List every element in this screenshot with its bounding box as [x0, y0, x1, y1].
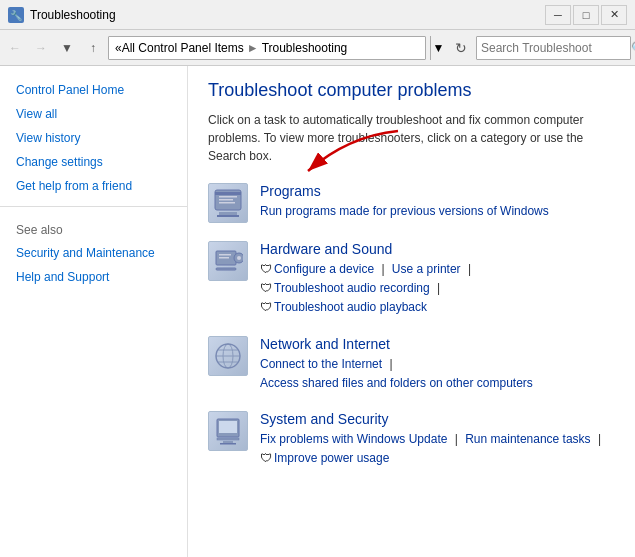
- system-link-power-wrapper: 🛡 Improve power usage: [260, 449, 389, 468]
- svg-rect-25: [223, 441, 233, 443]
- network-icon: [208, 336, 248, 376]
- sidebar-item-help-support[interactable]: Help and Support: [0, 265, 187, 289]
- app-icon: 🔧: [8, 7, 24, 23]
- network-content: Network and Internet Connect to the Inte…: [260, 336, 533, 393]
- dropdown-recent-button[interactable]: ▼: [56, 37, 78, 59]
- sep-sys-2: |: [598, 432, 601, 446]
- hardware-link-audio-rec[interactable]: Troubleshoot audio recording: [274, 279, 430, 298]
- svg-text:🔧: 🔧: [10, 9, 23, 22]
- hardware-content: Hardware and Sound 🛡 Configure a device …: [260, 241, 475, 318]
- search-icon[interactable]: 🔍: [631, 38, 635, 58]
- system-link-windows-update[interactable]: Fix problems with Windows Update: [260, 432, 447, 446]
- svg-rect-23: [219, 421, 237, 433]
- sidebar-divider: [0, 206, 187, 207]
- sidebar-item-security-maintenance[interactable]: Security and Maintenance: [0, 241, 187, 265]
- programs-content: Programs Run programs made for previous …: [260, 183, 549, 221]
- sep-net-1: |: [389, 357, 392, 371]
- hardware-link-3-wrapper: 🛡 Troubleshoot audio playback: [260, 298, 427, 317]
- page-title: Troubleshoot computer problems: [208, 80, 615, 101]
- system-link-maintenance[interactable]: Run maintenance tasks: [465, 432, 590, 446]
- svg-rect-14: [219, 257, 229, 259]
- programs-title[interactable]: Programs: [260, 183, 549, 199]
- hardware-link-configure[interactable]: Configure a device: [274, 260, 374, 279]
- address-path[interactable]: « All Control Panel Items ► Troubleshoot…: [108, 36, 426, 60]
- system-title[interactable]: System and Security: [260, 411, 605, 427]
- hardware-link-audio-play[interactable]: Troubleshoot audio playback: [274, 298, 427, 317]
- svg-rect-4: [215, 192, 241, 195]
- system-link-power[interactable]: Improve power usage: [274, 449, 389, 468]
- back-button[interactable]: ←: [4, 37, 26, 59]
- breadcrumb-control-panel[interactable]: All Control Panel Items: [122, 41, 244, 55]
- shield-icon-power: 🛡: [260, 453, 272, 465]
- sep-1: |: [381, 262, 387, 276]
- hardware-link-printer[interactable]: Use a printer: [392, 262, 461, 276]
- svg-rect-13: [219, 254, 231, 256]
- svg-rect-8: [219, 199, 233, 201]
- main-layout: Control Panel Home View all View history…: [0, 66, 635, 557]
- svg-rect-9: [219, 202, 235, 204]
- svg-rect-15: [216, 268, 236, 270]
- hardware-link-2-wrapper: 🛡 Troubleshoot audio recording: [260, 279, 430, 298]
- network-link-shared[interactable]: Access shared files and folders on other…: [260, 376, 533, 390]
- category-network: Network and Internet Connect to the Inte…: [208, 336, 615, 393]
- sidebar-item-get-help[interactable]: Get help from a friend: [0, 174, 187, 198]
- svg-rect-6: [217, 215, 239, 217]
- forward-button[interactable]: →: [30, 37, 52, 59]
- network-title[interactable]: Network and Internet: [260, 336, 533, 352]
- svg-rect-26: [220, 443, 236, 445]
- programs-link-0[interactable]: Run programs made for previous versions …: [260, 204, 549, 218]
- system-links: Fix problems with Windows Update | Run m…: [260, 430, 605, 468]
- hardware-link-0-wrapper: 🛡 Configure a device: [260, 260, 374, 279]
- shield-icon-audio-rec: 🛡: [260, 283, 272, 295]
- system-icon: [208, 411, 248, 451]
- search-box[interactable]: 🔍: [476, 36, 631, 60]
- address-dropdown-button[interactable]: ▼: [430, 36, 446, 60]
- content-area: Troubleshoot computer problems Click on …: [188, 66, 635, 557]
- category-programs: Programs Run programs made for previous …: [208, 183, 615, 223]
- sidebar-item-change-settings[interactable]: Change settings: [0, 150, 187, 174]
- title-bar: 🔧 Troubleshooting ─ □ ✕: [0, 0, 635, 30]
- network-link-connect[interactable]: Connect to the Internet: [260, 357, 382, 371]
- shield-icon-configure: 🛡: [260, 264, 272, 276]
- close-button[interactable]: ✕: [601, 5, 627, 25]
- breadcrumb-arrow: ►: [247, 41, 259, 55]
- see-also-label: See also: [0, 215, 187, 241]
- svg-rect-5: [219, 212, 237, 215]
- sidebar-item-view-all[interactable]: View all: [0, 102, 187, 126]
- hardware-links: 🛡 Configure a device | Use a printer | 🛡…: [260, 260, 475, 318]
- sidebar: Control Panel Home View all View history…: [0, 66, 188, 557]
- sidebar-item-control-panel-home[interactable]: Control Panel Home: [0, 78, 187, 102]
- up-button[interactable]: ↑: [82, 37, 104, 59]
- hardware-title[interactable]: Hardware and Sound: [260, 241, 475, 257]
- breadcrumb-troubleshooting[interactable]: Troubleshooting: [262, 41, 348, 55]
- category-system: System and Security Fix problems with Wi…: [208, 411, 615, 468]
- window-controls: ─ □ ✕: [545, 5, 627, 25]
- refresh-button[interactable]: ↻: [450, 37, 472, 59]
- sep-sys-1: |: [455, 432, 461, 446]
- breadcrumb-start: «: [115, 41, 122, 55]
- sep-3: |: [437, 281, 440, 295]
- svg-rect-7: [219, 196, 237, 198]
- sep-2: |: [468, 262, 471, 276]
- svg-rect-24: [217, 438, 239, 440]
- shield-icon-audio-play: 🛡: [260, 302, 272, 314]
- svg-point-12: [237, 256, 241, 260]
- page-description: Click on a task to automatically trouble…: [208, 111, 598, 165]
- address-bar: ← → ▼ ↑ « All Control Panel Items ► Trou…: [0, 30, 635, 66]
- system-content: System and Security Fix problems with Wi…: [260, 411, 605, 468]
- programs-icon: [208, 183, 248, 223]
- search-input[interactable]: [481, 41, 631, 55]
- category-hardware: Hardware and Sound 🛡 Configure a device …: [208, 241, 615, 318]
- programs-links: Run programs made for previous versions …: [260, 202, 549, 221]
- sidebar-item-view-history[interactable]: View history: [0, 126, 187, 150]
- minimize-button[interactable]: ─: [545, 5, 571, 25]
- maximize-button[interactable]: □: [573, 5, 599, 25]
- network-links: Connect to the Internet | Access shared …: [260, 355, 533, 393]
- hardware-icon: [208, 241, 248, 281]
- window-title: Troubleshooting: [30, 8, 545, 22]
